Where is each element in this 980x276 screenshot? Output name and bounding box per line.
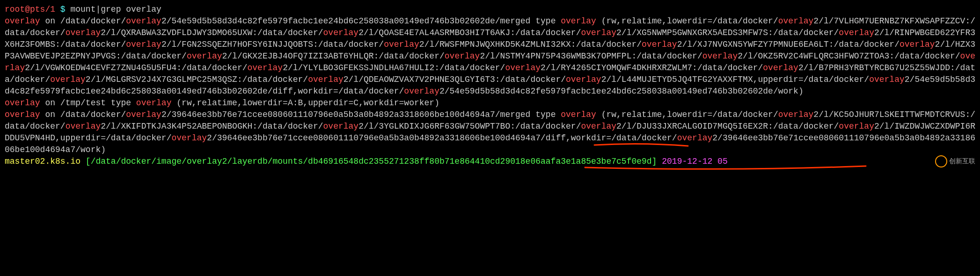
grep-match: overlay — [642, 40, 677, 49]
grep-match: overlay — [702, 51, 738, 61]
mount-text: 2/l/DJU33JXRCALGOID7MGQ5I6EX2R:/data/doc… — [616, 122, 839, 131]
grep-match: overlay — [869, 75, 905, 84]
grep-match: overlay — [50, 75, 86, 84]
mount-text: 2/39646ee3bb76e71ccee080601110796e0a5b3a… — [161, 110, 561, 119]
grep-match: overlay — [323, 28, 359, 37]
grep-match: overlay — [763, 63, 798, 73]
mount-text: 2/l/RWSFMPNJWQXHKD5K4ZMLNI32KX:/data/doc… — [419, 40, 642, 49]
mount-text: 2/l/OKZ5RV2C4WFLQRC3HFWO7ZTOA3:/data/doc… — [738, 51, 960, 61]
mount-text: 2/l/QOASE4E7AL4ASRMBO3HI7T6AKJ:/data/doc… — [358, 28, 581, 37]
grep-match: overlay — [839, 28, 874, 37]
grep-match: overlay — [778, 16, 814, 26]
mount-text: 2/l/RY4265CIYOMQWF4DKHRXRZWLM7:/data/doc… — [541, 63, 763, 73]
mount-text: 2/l/XG5NWMP5GWNXGRX5AEDS3MFW7S:/data/doc… — [616, 28, 839, 37]
mount-text: 2/l/XJ7NVGXN5YWFZY7PMNUE6EA6LT:/data/doc… — [677, 40, 900, 49]
grep-match: overlay — [5, 98, 40, 108]
grep-match: overlay — [561, 16, 596, 26]
grep-match: overlay — [505, 63, 541, 73]
prompt-user: root@pts/1 — [5, 5, 55, 14]
mount-text: on /data/docker/ — [40, 16, 126, 26]
mount-text: 2/l/FGN2SSQEZH7HOFSY6INJJQOBTS:/data/doc… — [161, 40, 384, 49]
grep-match: overlay — [66, 122, 101, 131]
grep-match: overlay — [66, 28, 101, 37]
grep-match: overlay — [248, 63, 283, 73]
grep-match: overlay — [566, 75, 601, 84]
grep-match: overlay — [5, 16, 40, 26]
mount-text: 2/54e59d5b58d3d4c82fe5979facbc1ee24bd6c2… — [439, 87, 804, 96]
mount-text: 2/l/3YGLKDIXJG6RF63GW75OWPT7BO:/data/doc… — [358, 122, 581, 131]
mount-text: 2/l/XKIFDTKJA3K4P52ABEPONBOGKH:/data/doc… — [101, 122, 323, 131]
grep-match: overlay — [839, 122, 874, 131]
mount-text: 2/l/VGWKOEDW4CEVFZ7ZNU4G5U5FU4:/data/doc… — [25, 63, 247, 73]
grep-match: overlay — [126, 16, 161, 26]
prompt-host: master02.k8s.io — [5, 157, 80, 166]
mount-text: 2/54e59d5b58d3d4c82fe5979facbc1ee24bd6c2… — [161, 16, 561, 26]
grep-match: overlay — [677, 133, 713, 143]
grep-match: overlay — [126, 40, 161, 49]
grep-match: overlay — [561, 110, 596, 119]
watermark-text: 创新互联 — [949, 156, 975, 167]
watermark: 创新互联 — [935, 155, 975, 167]
grep-match: overlay — [323, 122, 359, 131]
grep-match: overlay — [384, 40, 419, 49]
mount-text: 2/l/MGLGRSV2J4X7G3GLMPC25M3QSZ:/data/doc… — [86, 75, 308, 84]
mount-text: (rw,relatime,lowerdir=/data/docker/ — [596, 16, 778, 26]
terminal-output[interactable]: root@pts/1 $ mount|grep overlay overlay … — [5, 4, 975, 167]
mount-text: 2/l/QXRABWA3ZVDFLDJWY3DMO65UXW:/data/doc… — [101, 28, 323, 37]
grep-match: overlay — [404, 87, 439, 96]
mount-text: 2/l/L44MUJETYD5JQ4TFG2YAXXFTMX,upperdir=… — [601, 75, 870, 84]
grep-match: overlay — [136, 98, 172, 108]
mount-text: 2/l/YLYLBO3GFEKSSJNDLHA67HULI2:/data/doc… — [283, 63, 505, 73]
grep-match: overlay — [308, 75, 344, 84]
grep-match: overlay — [171, 133, 207, 143]
mount-text: 2/39646ee3bb76e71ccee080601110796e0a5b3a… — [207, 133, 677, 143]
grep-match: overlay — [581, 28, 616, 37]
grep-match: overlay — [187, 51, 222, 61]
prompt-path: [/data/docker/image/overlay2/layerdb/mou… — [86, 157, 657, 166]
grep-match: overlay — [5, 110, 40, 119]
mount-text: on /data/docker/ — [40, 110, 126, 119]
prompt-sep: $ — [55, 5, 70, 14]
mount-text: 2/l/QDEAOWZVAX7V2PHNE3QLGYI6T3:/data/doc… — [344, 75, 566, 84]
grep-match: overlay — [445, 51, 480, 61]
mount-text: on /tmp/test type — [40, 98, 136, 108]
mount-text: (rw,relatime,lowerdir=A:B,upperdir=C,wor… — [171, 98, 439, 108]
grep-match: overlay — [581, 122, 616, 131]
watermark-logo-icon — [935, 155, 947, 167]
grep-match: overlay — [900, 40, 935, 49]
grep-match: overlay — [778, 110, 814, 119]
mount-text: 2/l/NSTMY4PN75P436WMB3K7OPMFPL:/data/doc… — [480, 51, 702, 61]
prompt-timestamp: 2019-12-12 05 — [662, 157, 727, 166]
mount-text: (rw,relatime,lowerdir=/data/docker/ — [596, 110, 778, 119]
mount-text: 2/l/GKX2EJBJ4OFQ7IZI3ABT6YHLQR:/data/doc… — [222, 51, 445, 61]
prompt-command: mount|grep overlay — [70, 5, 161, 14]
grep-match: overlay — [126, 110, 161, 119]
